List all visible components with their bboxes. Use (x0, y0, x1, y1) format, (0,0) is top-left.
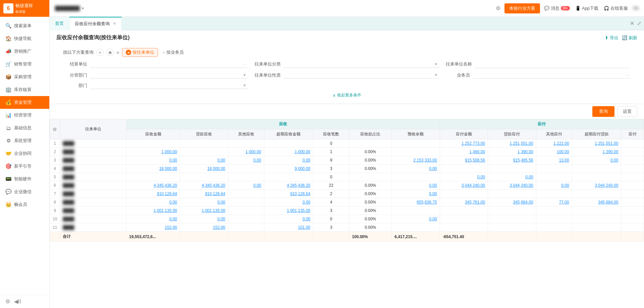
cell-num[interactable]: 18,000.00 (180, 165, 228, 173)
cell-fu[interactable]: 345,684.00 (572, 198, 621, 207)
cell-num[interactable]: 1,001,135.00 (264, 207, 313, 215)
cell-fu[interactable]: 0.00 (572, 156, 621, 165)
query-button[interactable]: 查询 (592, 106, 614, 117)
sidebar-item-operation[interactable]: 📊 经营管理 (0, 109, 49, 122)
sidebar-item-vip[interactable]: 👑 畅会员 (0, 198, 49, 211)
cell-fu[interactable]: 1,251,551.00 (488, 139, 536, 148)
cell-num[interactable]: 152.00 (180, 223, 228, 232)
tab-close-btn[interactable]: ✕ (113, 21, 116, 26)
sidebar-item-hardware[interactable]: 📟 智能硬件 (0, 173, 49, 185)
sidebar-settings-btn[interactable]: ⚙ (5, 298, 10, 305)
cell-num[interactable]: 0.00 (126, 156, 180, 165)
laiwang-nature-arrow[interactable]: ▼ (434, 73, 438, 77)
business-person-dots[interactable]: ··· (626, 73, 629, 77)
cell-fu[interactable]: 1,222.00 (536, 139, 572, 148)
cell-fu[interactable]: 13.00 (536, 156, 572, 165)
sidebar-item-inventory[interactable]: 🏢 库存核算 (0, 83, 49, 96)
cell-num[interactable]: 1,000.00 (228, 148, 264, 156)
refresh-button[interactable]: 🔄 刷新 (622, 35, 637, 41)
collapse-more-btn[interactable]: ∧ 收起更多条件 (63, 90, 631, 100)
cell-fu[interactable]: 77.00 (536, 198, 572, 207)
filter-add-button[interactable]: + (96, 49, 104, 56)
tab-home[interactable]: 首页 (50, 17, 69, 30)
cell-num[interactable]: 810,126.64 (264, 190, 313, 198)
cell-fu[interactable]: 345,761.00 (440, 198, 488, 207)
cell-num[interactable]: 101.00 (264, 223, 313, 232)
laiwang-category-arrow[interactable]: ▼ (434, 62, 438, 66)
laiwang-name-input[interactable] (475, 60, 631, 68)
cell-num[interactable]: 0.00 (180, 198, 228, 207)
sidebar-item-search[interactable]: 🔍 搜索菜单 (0, 19, 49, 32)
cell-fu[interactable]: 0.00 (536, 181, 572, 190)
cell-yushou[interactable]: 0.00 (392, 165, 440, 173)
sidebar-item-enterprise[interactable]: 🤝 企业协同 (0, 147, 49, 160)
messages-action[interactable]: 💬 消息 99+ (544, 5, 570, 11)
sidebar-item-wechat[interactable]: 💬 企业微信 (0, 185, 49, 198)
cell-fu[interactable]: 345,684.00 (488, 198, 536, 207)
cell-num[interactable]: 18,000.00 (126, 165, 180, 173)
cell-num[interactable]: 0.00 (126, 198, 180, 207)
cell-fu[interactable]: 915,508.56 (440, 156, 488, 165)
online-service-action[interactable]: 🎧 在线客服 (604, 5, 628, 11)
trial-button[interactable]: 体验行业方案 (504, 3, 540, 13)
cell-fu[interactable]: 1,251,551.00 (572, 139, 621, 148)
footer-yingfu-je[interactable]: -654,751.40 (440, 232, 488, 242)
table-settings-col[interactable]: ⚙ (50, 119, 60, 139)
cell-num[interactable]: 0.00 (264, 198, 313, 207)
cell-num[interactable]: 0.00 (264, 156, 313, 165)
tab-close-all-icon[interactable]: ✕ (630, 20, 634, 27)
tab-ar-ap[interactable]: 应收应付余额查询 ✕ (69, 17, 122, 30)
tab-expand-icon[interactable]: ⤢ (637, 20, 641, 27)
cell-fu[interactable]: 1,390.00 (572, 148, 621, 156)
setting-button[interactable]: 设置 (617, 106, 637, 117)
filter-collapse-button[interactable]: « (116, 49, 119, 55)
cell-num[interactable]: 4,345,436.20 (126, 181, 180, 190)
cell-num[interactable]: 0.00 (228, 156, 264, 165)
cell-num[interactable]: 0.00 (228, 181, 264, 190)
cell-yushou[interactable]: 655,636.75 (392, 198, 440, 207)
cell-num[interactable]: 0.00 (180, 156, 228, 165)
jiesuan-dots[interactable]: ··· (243, 62, 246, 66)
sidebar-item-quick-nav[interactable]: 🏠 快捷导航 (0, 32, 49, 45)
cell-num[interactable]: 0.00 (180, 215, 228, 223)
cell-yushou[interactable]: 2,153,333.00 (392, 156, 440, 165)
sidebar-item-basic-info[interactable]: 🗂 基础信息 (0, 122, 49, 134)
filter-config-button[interactable]: ◉ (106, 49, 114, 56)
cell-fu[interactable]: 100.00 (536, 148, 572, 156)
cell-num[interactable]: 4,345,436.20 (180, 181, 228, 190)
cell-fu[interactable]: 3,044,240.00 (440, 181, 488, 190)
cell-fu[interactable]: 1,390.00 (488, 148, 536, 156)
cell-yushou[interactable]: 0.00 (392, 181, 440, 190)
footer-yushou[interactable]: 6,417,215.... (392, 232, 440, 242)
sidebar-item-capital[interactable]: 💰 资金管理 (0, 96, 49, 109)
cell-fu[interactable]: 1,490.00 (440, 148, 488, 156)
cell-fu[interactable]: 3,044,240.00 (572, 181, 621, 190)
cell-num[interactable]: 810,126.64 (180, 190, 228, 198)
user-menu[interactable]: Rit (633, 6, 639, 11)
cell-yushou[interactable]: 0.00 (392, 190, 440, 198)
cell-num[interactable]: 152.00 (126, 223, 180, 232)
fenguan-dept-arrow[interactable]: ▼ (243, 73, 247, 77)
cell-fu[interactable]: 0.00 (440, 173, 488, 181)
cell-num[interactable]: 9,000.00 (264, 165, 313, 173)
table-area[interactable]: ⚙ 往来单位 应收 应付 应收金额 贷款应收 其他应收 超期应收金额 应收笔数 … (50, 119, 644, 308)
sidebar-item-guide[interactable]: 🎯 新手引导 (0, 160, 49, 173)
cell-fu[interactable]: 915,495.56 (488, 156, 536, 165)
cell-num[interactable]: 0.00 (264, 215, 313, 223)
cell-num[interactable]: 810,126.64 (126, 190, 180, 198)
topbar-gear-icon[interactable]: ⚙ (496, 5, 500, 11)
sidebar-item-system[interactable]: ⚙ 系统管理 (0, 134, 49, 147)
scheme-by-unit[interactable]: ⊕ 按往来单位 (122, 48, 158, 57)
footer-yingshou-je[interactable]: 19,553,472,6... (126, 232, 180, 242)
export-button[interactable]: ⬆ 导出 (605, 35, 619, 41)
cell-num[interactable]: 1,000.00 (264, 148, 313, 156)
dept-arrow[interactable]: ▼ (243, 83, 247, 87)
app-download-action[interactable]: 📱 App下载 (575, 5, 598, 11)
sidebar-item-purchase[interactable]: 📦 采购管理 (0, 71, 49, 83)
sidebar-item-sales[interactable]: 🛒 销售管理 (0, 58, 49, 71)
sidebar-item-marketing[interactable]: 📣 营销推广 (0, 45, 49, 58)
sidebar-collapse-btn[interactable]: ◀II (14, 298, 21, 305)
cell-num[interactable]: 1,001,135.00 (180, 207, 228, 215)
cell-num[interactable]: 0.00 (126, 215, 180, 223)
cell-num[interactable]: 1,000.00 (126, 148, 180, 156)
